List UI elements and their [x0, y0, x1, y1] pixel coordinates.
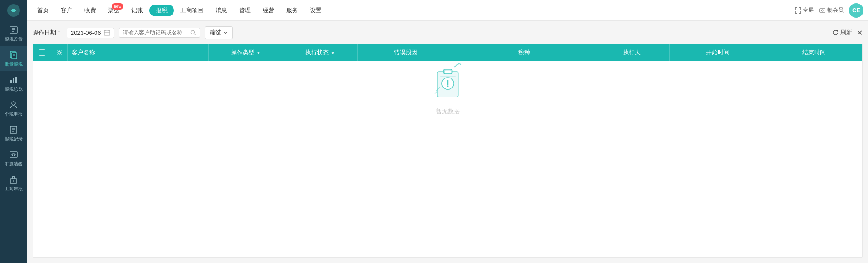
- sort-icon: ▼: [256, 50, 261, 55]
- annual-report-icon: [8, 174, 19, 185]
- sidebar-item-label: 报税总览: [5, 87, 23, 92]
- data-table: 客户名称 操作类型 ▼ 执行状态 ▼ 错误股因 税种: [33, 44, 863, 258]
- invoice-badge: new: [112, 3, 123, 10]
- nav-settings[interactable]: 设置: [304, 5, 327, 16]
- svg-line-32: [454, 63, 459, 67]
- date-picker[interactable]: 2023-06-06: [67, 28, 114, 38]
- personal-tax-icon: [8, 99, 19, 110]
- svg-rect-10: [13, 78, 14, 83]
- th-exec-status[interactable]: 执行状态 ▼: [283, 44, 357, 61]
- svg-point-29: [191, 30, 194, 34]
- sidebar-item-label: 工商年报: [5, 186, 23, 192]
- sidebar-item-settlement[interactable]: 汇算清缴: [0, 146, 27, 170]
- topnav-right: 全屏 畅会员 CE: [795, 3, 863, 18]
- nav-finance[interactable]: 经营: [257, 5, 280, 16]
- fullscreen-icon: [795, 7, 801, 14]
- sidebar-item-annual-report[interactable]: 工商年报: [0, 170, 27, 195]
- member-button[interactable]: 畅会员: [819, 6, 844, 14]
- tax-settings-icon: [8, 24, 19, 35]
- nav-invoice[interactable]: 票据 new: [102, 5, 125, 16]
- nav-business[interactable]: 工商项目: [175, 5, 209, 16]
- svg-point-39: [447, 85, 448, 87]
- member-icon: [819, 7, 825, 14]
- settlement-icon: [8, 149, 19, 160]
- date-value: 2023-06-06: [71, 29, 101, 36]
- svg-marker-42: [434, 92, 437, 94]
- svg-line-30: [194, 34, 195, 35]
- th-client-name: 客户名称: [67, 44, 208, 61]
- search-input[interactable]: [123, 29, 188, 36]
- sidebar-logo: [0, 0, 27, 21]
- svg-line-33: [460, 63, 461, 65]
- fullscreen-button[interactable]: 全屏: [795, 6, 814, 14]
- page-toolbar: 操作日期： 2023-06-06: [33, 26, 863, 39]
- sidebar-item-label: 报税记录: [5, 136, 23, 142]
- content-area: 操作日期： 2023-06-06: [27, 21, 868, 263]
- batch-tax-icon: [8, 49, 19, 60]
- svg-point-24: [821, 10, 823, 11]
- sidebar-item-label: 个税申报: [5, 112, 23, 117]
- nav-client[interactable]: 客户: [55, 5, 78, 16]
- search-box[interactable]: [119, 28, 200, 38]
- th-op-type[interactable]: 操作类型 ▼: [208, 44, 283, 61]
- settings-icon: [56, 49, 63, 56]
- svg-point-31: [58, 52, 61, 54]
- sidebar-item-personal-tax[interactable]: 个税申报: [0, 96, 27, 121]
- svg-rect-25: [104, 30, 110, 35]
- nav-service[interactable]: 服务: [281, 5, 303, 16]
- nav-items: 首页 客户 收费 票据 new 记账 报税 工商项目 消息 管理 经营 服务 设…: [32, 5, 795, 16]
- sidebar-item-batch-tax[interactable]: 批量报税: [0, 46, 27, 71]
- empty-text: 暂无数据: [436, 107, 460, 116]
- nav-home[interactable]: 首页: [32, 5, 54, 16]
- th-settings[interactable]: [51, 44, 67, 61]
- toolbar-right: 刷新 ✕: [832, 29, 863, 37]
- close-button[interactable]: ✕: [857, 29, 863, 37]
- svg-rect-11: [15, 77, 17, 83]
- nav-billing[interactable]: 收费: [79, 5, 101, 16]
- sidebar-item-tax-settings[interactable]: 报税设置: [0, 21, 27, 46]
- calendar-icon: [104, 29, 110, 36]
- sidebar-item-tax-records[interactable]: 报税记录: [0, 121, 27, 146]
- svg-point-18: [12, 153, 15, 156]
- date-label: 操作日期：: [33, 29, 62, 37]
- nav-messages[interactable]: 消息: [210, 5, 233, 16]
- th-executor: 执行人: [595, 44, 669, 61]
- tax-records-icon: [8, 124, 19, 135]
- sidebar-item-tax-overview[interactable]: 报税总览: [0, 71, 27, 96]
- main-area: 首页 客户 收费 票据 new 记账 报税 工商项目 消息 管理 经营 服务 设…: [27, 0, 868, 263]
- svg-rect-9: [10, 80, 12, 83]
- th-start-time: 开始时间: [669, 44, 766, 61]
- empty-illustration: [427, 61, 468, 102]
- empty-state: 暂无数据: [33, 61, 862, 116]
- user-avatar[interactable]: CE: [849, 3, 863, 18]
- nav-tax[interactable]: 报税: [149, 5, 174, 16]
- select-all-checkbox[interactable]: [39, 49, 45, 56]
- sort-icon: ▼: [331, 50, 335, 55]
- sidebar-item-label: 报税设置: [5, 37, 23, 42]
- sidebar: 报税设置 批量报税 报税总览: [0, 0, 27, 263]
- table-body: 暂无数据: [33, 61, 862, 257]
- th-end-time: 结束时间: [766, 44, 862, 61]
- th-checkbox[interactable]: [33, 44, 51, 61]
- refresh-button[interactable]: 刷新: [832, 29, 852, 37]
- refresh-icon: [832, 29, 839, 36]
- nav-management[interactable]: 管理: [234, 5, 256, 16]
- svg-rect-17: [10, 152, 17, 157]
- search-icon: [190, 29, 196, 36]
- sidebar-item-label: 汇算清缴: [5, 161, 23, 167]
- th-error-reason: 错误股因: [357, 44, 454, 61]
- svg-rect-36: [445, 70, 451, 73]
- table-header: 客户名称 操作类型 ▼ 执行状态 ▼ 错误股因 税种: [33, 44, 862, 61]
- tax-overview-icon: [8, 74, 19, 85]
- svg-rect-23: [820, 9, 825, 12]
- svg-point-12: [12, 102, 15, 105]
- top-navigation: 首页 客户 收费 票据 new 记账 报税 工商项目 消息 管理 经营 服务 设…: [27, 0, 868, 21]
- page-content: 操作日期： 2023-06-06: [27, 21, 868, 263]
- nav-accounts[interactable]: 记账: [126, 5, 149, 16]
- th-tax-type: 税种: [454, 44, 595, 61]
- sidebar-item-label: 批量报税: [5, 62, 23, 67]
- chevron-down-icon: [223, 30, 228, 35]
- filter-button[interactable]: 筛选: [205, 26, 233, 39]
